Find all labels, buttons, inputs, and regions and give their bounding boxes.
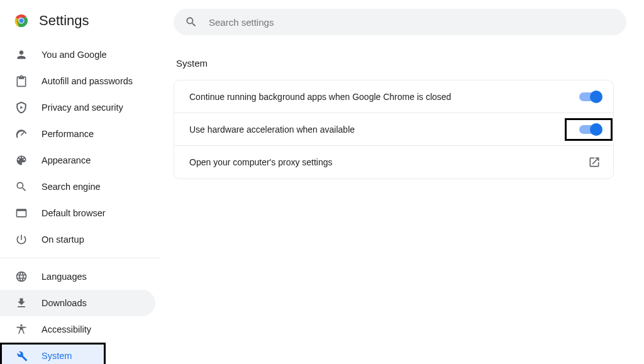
external-link-icon: [588, 156, 601, 168]
toggle-hardware-acceleration[interactable]: [579, 125, 601, 134]
sidebar-item-you-and-google[interactable]: You and Google: [0, 41, 155, 68]
row-label: Continue running background apps when Go…: [189, 92, 451, 102]
sidebar-item-default-browser[interactable]: Default browser: [0, 200, 155, 226]
highlight-box: [565, 118, 613, 141]
nav-list-secondary: Languages Downloads Accessibility System: [0, 263, 160, 364]
person-icon: [15, 48, 28, 61]
search-bar[interactable]: [174, 9, 626, 35]
clipboard-icon: [15, 75, 28, 87]
sidebar-header: Settings: [0, 0, 160, 41]
globe-icon: [15, 270, 28, 283]
sidebar-item-downloads[interactable]: Downloads: [0, 290, 155, 316]
row-background-apps: Continue running background apps when Go…: [174, 80, 613, 113]
section-title: System: [176, 58, 626, 69]
sidebar-item-languages[interactable]: Languages: [0, 263, 155, 290]
download-icon: [15, 297, 28, 309]
palette-icon: [15, 154, 28, 167]
sidebar-item-search-engine[interactable]: Search engine: [0, 174, 155, 200]
search-icon: [185, 16, 197, 28]
sidebar-item-label: Downloads: [42, 298, 87, 308]
main-content: System Continue running background apps …: [161, 0, 644, 364]
sidebar-item-label: Privacy and security: [42, 102, 123, 113]
search-icon: [15, 180, 28, 193]
settings-card: Continue running background apps when Go…: [174, 80, 614, 179]
toggle-background-apps[interactable]: [579, 92, 601, 101]
speedometer-icon: [15, 128, 28, 140]
sidebar-item-accessibility[interactable]: Accessibility: [0, 316, 155, 343]
wrench-icon: [15, 350, 28, 362]
chrome-logo-icon: [14, 13, 29, 28]
svg-point-5: [19, 19, 24, 23]
sidebar-item-appearance[interactable]: Appearance: [0, 147, 155, 174]
sidebar-item-on-startup[interactable]: On startup: [0, 226, 155, 253]
sidebar-item-label: Performance: [42, 129, 94, 139]
search-input[interactable]: [209, 17, 615, 28]
row-label: Open your computer's proxy settings: [189, 157, 333, 167]
sidebar-item-performance[interactable]: Performance: [0, 121, 155, 147]
sidebar-item-label: Languages: [42, 272, 87, 282]
sidebar-item-label: You and Google: [42, 50, 106, 60]
sidebar: Settings You and Google Autofill and pas…: [0, 0, 161, 364]
nav-list-primary: You and Google Autofill and passwords Pr…: [0, 41, 160, 253]
row-hardware-acceleration: Use hardware acceleration when available: [174, 113, 613, 146]
browser-icon: [15, 207, 28, 219]
nav-divider: [0, 258, 160, 258]
sidebar-item-label: Search engine: [42, 182, 101, 192]
accessibility-icon: [15, 323, 28, 336]
sidebar-item-label: System: [42, 351, 72, 361]
page-title: Settings: [39, 13, 89, 29]
sidebar-item-label: Autofill and passwords: [42, 76, 133, 86]
sidebar-item-label: On startup: [42, 234, 84, 245]
sidebar-item-label: Accessibility: [42, 324, 91, 334]
sidebar-item-label: Default browser: [42, 208, 106, 218]
row-proxy-settings[interactable]: Open your computer's proxy settings: [174, 146, 613, 179]
sidebar-item-privacy[interactable]: Privacy and security: [0, 94, 155, 121]
sidebar-item-label: Appearance: [42, 155, 91, 165]
power-icon: [15, 233, 28, 246]
sidebar-item-system[interactable]: System: [0, 343, 106, 364]
shield-icon: [15, 101, 28, 114]
row-label: Use hardware acceleration when available: [189, 124, 355, 135]
sidebar-item-autofill[interactable]: Autofill and passwords: [0, 68, 155, 94]
